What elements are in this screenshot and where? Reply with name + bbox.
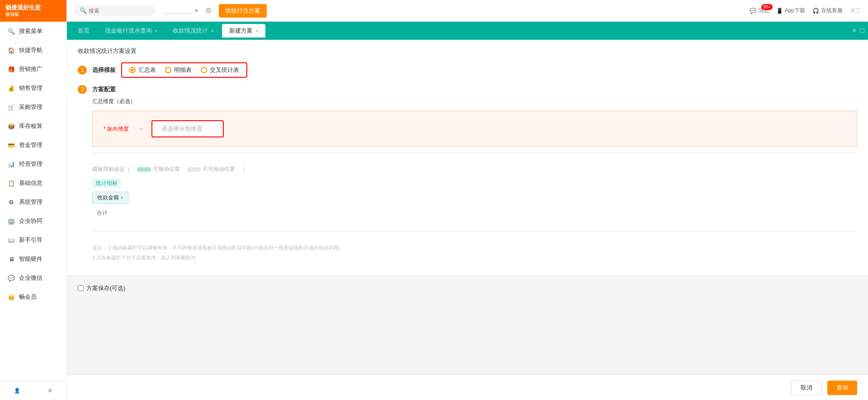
sidebar-item-inventory[interactable]: 📦 库存核算	[0, 117, 66, 136]
topbar: 🔍 __________ ▾ ⚙ 体验行业方案 💬 消息 99+ 📱 App下载…	[67, 0, 868, 22]
sidebar: 畅捷通好生意 标准版 🔍 搜索菜单 🏠 快捷导航 🎁 营销推广 💰 销售管理 🛒…	[0, 0, 67, 400]
sidebar-item-label: 快捷导航	[19, 46, 42, 54]
tabs-bar: 首页 现金银行流水查询 × 收款情况统计 × 新建方案 × × □	[67, 22, 868, 40]
maximize-icon[interactable]: □	[860, 27, 864, 35]
tab-receipt-stats[interactable]: 收款情况统计 ×	[165, 24, 221, 38]
sidebar-item-label: 营销推广	[19, 65, 42, 73]
metric-arrow[interactable]: ▾	[121, 195, 123, 201]
orange-section: * 纵向维度 → 请选择分组维度	[92, 111, 857, 147]
dropdown-text: __________	[163, 8, 193, 14]
sidebar-logo: 畅捷通好生意 标准版	[0, 0, 66, 22]
radio-detail[interactable]: 明细表	[165, 66, 192, 74]
settings-icon: ⚙	[48, 388, 52, 394]
operations-icon: 📊	[7, 160, 15, 168]
sidebar-item-finance[interactable]: 💳 资金管理	[0, 136, 66, 155]
sidebar-item-label: 企业微信	[19, 274, 42, 282]
system-icon: ⚙	[7, 198, 15, 206]
gear-button[interactable]: ⚙	[205, 6, 212, 15]
sidebar-user[interactable]: 👤	[11, 385, 23, 396]
template-radio-group: 汇总表 明细表 交叉统计表	[121, 62, 247, 78]
stats-label: 统计指标	[92, 179, 121, 188]
vertical-label: * 纵向维度	[104, 125, 129, 133]
step2-header-row: 2 方案配置	[78, 85, 857, 94]
message-icon: 💬	[750, 8, 756, 14]
sidebar-item-purchase[interactable]: 🛒 采购管理	[0, 98, 66, 117]
search-box[interactable]: 🔍	[74, 5, 156, 16]
radio-summary-label: 汇总表	[138, 66, 156, 74]
tab-receipt-stats-close[interactable]: ×	[211, 28, 213, 33]
chevron-down-icon: ▾	[195, 7, 198, 14]
trial-button[interactable]: 体验行业方案	[219, 4, 267, 18]
tab-home-label: 首页	[78, 27, 90, 35]
legend-fixed: 不可拖动位置	[187, 165, 235, 173]
step2-label: 方案配置	[92, 85, 116, 94]
metric-tag[interactable]: 收款金额 ▾	[92, 192, 128, 204]
sidebar-item-label: 企业协同	[19, 217, 42, 225]
support-label: 在线客服	[821, 7, 843, 14]
tab-bank-flow-close[interactable]: ×	[155, 28, 157, 33]
legend-close-bracket: ）	[242, 165, 248, 173]
sidebar-bottom: 👤 ⚙	[0, 381, 66, 400]
tab-bank-flow[interactable]: 现金银行流水查询 ×	[98, 24, 165, 38]
save-checkbox[interactable]: 方案保存(可选)	[78, 284, 126, 292]
close-window-icon[interactable]: ×	[852, 27, 856, 35]
bottom-bar: 方案保存(可选)	[67, 275, 868, 301]
enterprise-icon: 🏢	[7, 217, 15, 225]
save-checkbox-input[interactable]	[78, 285, 84, 291]
tip-line1: 提示： 1.拖动标题栏可以调整布局，不可跨维度或指标区域拖动栏目字段(只能在同一…	[92, 243, 857, 253]
sidebar-item-guide[interactable]: 📖 新手引导	[0, 231, 66, 249]
topbar-dropdown[interactable]: __________ ▾	[163, 7, 198, 14]
hardware-icon: 🖥	[7, 255, 15, 263]
content-inner: 收款情况统计方案设置 1 选择模板 汇总表 明细表 交叉统计	[67, 40, 868, 275]
sidebar-item-label: 资金管理	[19, 141, 42, 149]
query-button[interactable]: 查询	[827, 381, 857, 395]
radio-summary[interactable]: 汇总表	[129, 66, 156, 74]
logo-badge: 标准版	[5, 11, 41, 18]
sidebar-item-label: 库存核算	[19, 122, 42, 130]
metrics-section-title: 模板指标设定（	[92, 165, 130, 173]
legend-row: 模板指标设定（ 可拖动位置 不可拖动位置 ）	[92, 165, 857, 173]
sidebar-item-system[interactable]: ⚙ 系统管理	[0, 193, 66, 212]
app-download-button[interactable]: 📱 App下载	[776, 7, 805, 14]
tab-new-plan-label: 新建方案	[229, 27, 253, 35]
content-area: 收款情况统计方案设置 1 选择模板 汇总表 明细表 交叉统计	[67, 40, 868, 400]
support-button[interactable]: 🎧 在线客服	[812, 7, 843, 14]
sales-icon: 💰	[7, 84, 15, 92]
sidebar-item-label: 经营管理	[19, 160, 42, 168]
sidebar-item-operations[interactable]: 📊 经营管理	[0, 155, 66, 174]
save-checkbox-label: 方案保存(可选)	[86, 284, 126, 292]
sidebar-settings[interactable]: ⚙	[45, 385, 55, 396]
finance-icon: 💳	[7, 141, 15, 149]
sidebar-item-search-menu[interactable]: 🔍 搜索菜单	[0, 22, 66, 41]
quick-nav-icon: 🏠	[7, 46, 15, 54]
sidebar-item-sales[interactable]: 💰 销售管理	[0, 79, 66, 98]
sidebar-item-basic-info[interactable]: 📋 基础信息	[0, 174, 66, 193]
messages-button[interactable]: 💬 消息 99+	[750, 7, 769, 14]
dimension-row: * 纵向维度 → 请选择分组维度	[104, 120, 846, 137]
dimension-select[interactable]: 请选择分组维度	[151, 120, 224, 137]
sidebar-item-wechat[interactable]: 💬 企业微信	[0, 268, 66, 287]
metric-tag-label: 收款金额	[97, 194, 119, 202]
search-input[interactable]	[89, 8, 143, 14]
sidebar-item-enterprise[interactable]: 🏢 企业协同	[0, 212, 66, 231]
tab-new-plan[interactable]: 新建方案 ×	[222, 24, 265, 38]
tab-new-plan-close[interactable]: ×	[255, 28, 258, 33]
user-name[interactable]: 张三	[850, 7, 861, 14]
inventory-icon: 📦	[7, 122, 15, 130]
download-label: App下载	[785, 7, 805, 14]
radio-cross[interactable]: 交叉统计表	[201, 66, 239, 74]
cancel-button[interactable]: 取消	[791, 380, 822, 395]
sidebar-item-member[interactable]: 👑 畅会员	[0, 287, 66, 306]
footer-buttons: 取消 查询	[67, 375, 868, 400]
sidebar-item-hardware[interactable]: 🖥 智能硬件	[0, 249, 66, 268]
legend-draggable: 可拖动位置	[137, 165, 180, 173]
sidebar-item-label: 采购管理	[19, 103, 42, 111]
tabs-actions: × □	[852, 27, 864, 35]
sidebar-item-marketing[interactable]: 🎁 营销推广	[0, 60, 66, 79]
sidebar-item-label: 基础信息	[19, 179, 42, 187]
tab-home[interactable]: 首页	[71, 24, 97, 38]
tab-receipt-stats-label: 收款情况统计	[173, 27, 208, 35]
legend-draggable-box	[137, 167, 151, 172]
radio-cross-label: 交叉统计表	[210, 66, 239, 74]
sidebar-item-quick-nav[interactable]: 🏠 快捷导航	[0, 41, 66, 60]
